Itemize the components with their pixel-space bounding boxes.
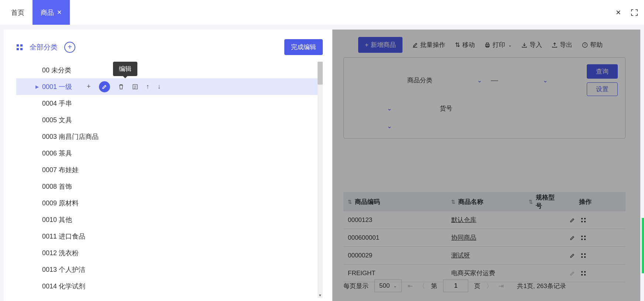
batch-ops-button[interactable]: 批量操作 (412, 41, 445, 49)
row-edit-icon[interactable] (569, 235, 575, 241)
cell-code: 0000123 (343, 216, 447, 224)
import-button[interactable]: 导入 (521, 41, 542, 49)
tree-scrollbar-thumb[interactable] (318, 62, 323, 85)
row-edit-icon[interactable] (569, 217, 575, 223)
tree-node-label: 0007 布娃娃 (42, 165, 79, 174)
tree-node-n1[interactable]: ▶0001 一级+↑↓编辑 (16, 78, 323, 95)
prev-page-button[interactable]: 〈 (419, 282, 425, 290)
table-row: FREIGHT电商买家付运费 (343, 264, 626, 282)
node-add-icon[interactable]: + (87, 83, 91, 90)
row-more-icon[interactable] (580, 235, 586, 241)
page-pre: 第 (431, 282, 437, 290)
cell-name[interactable]: 默认仓库 (447, 216, 524, 224)
fullscreen-button[interactable] (628, 6, 641, 19)
close-icon[interactable]: ✕ (57, 9, 62, 16)
tree-node-label: 00 未分类 (42, 66, 71, 75)
move-button[interactable]: ⇅移动 (455, 41, 475, 49)
node-more-icon[interactable] (132, 84, 138, 90)
tree-node-n8[interactable]: 0009 原材料 (16, 195, 323, 211)
tree-scrollbar-down[interactable]: ▾ (318, 292, 323, 298)
filter-category-from[interactable]: ⌄ (441, 75, 482, 86)
row-more-icon[interactable] (580, 270, 586, 276)
tab-product[interactable]: 商品 ✕ (32, 0, 70, 25)
svg-rect-19 (581, 274, 583, 276)
row-more-icon[interactable] (580, 253, 586, 259)
print-button[interactable]: 打印⌄ (484, 41, 512, 49)
cell-code: FREIGHT (343, 270, 447, 277)
all-categories-label[interactable]: 全部分类 (30, 42, 58, 52)
printer-icon (484, 42, 490, 48)
svg-rect-5 (581, 218, 583, 219)
svg-rect-23 (17, 48, 19, 50)
last-page-button[interactable]: ⇥ (499, 282, 504, 290)
col-code[interactable]: 商品编码 (343, 198, 447, 206)
tree-node-n4[interactable]: 0003 南昌门店商品 (16, 128, 323, 145)
tree-node-n3[interactable]: 0005 文具 (16, 112, 323, 128)
svg-rect-2 (486, 46, 489, 47)
tree-node-n11[interactable]: 0012 洗衣粉 (16, 244, 323, 261)
export-icon (552, 42, 558, 48)
tree-node-n0[interactable]: 00 未分类 (16, 62, 323, 78)
sort-icon: ⇅ (455, 41, 460, 49)
tree-node-label: 0001 一级 (42, 82, 72, 91)
tree-node-label: 0004 手串 (42, 99, 72, 108)
tree-node-n13[interactable]: 0014 化学试剂 (16, 278, 323, 294)
settings-button[interactable]: 设置 (587, 82, 618, 96)
tab-product-label: 商品 (41, 8, 54, 17)
close-all-button[interactable]: ✕ (612, 6, 625, 19)
cell-name[interactable]: 协同商品 (447, 233, 524, 242)
done-editing-button[interactable]: 完成编辑 (284, 39, 323, 55)
svg-rect-13 (581, 253, 583, 255)
pagination: 每页显示 500⌄ ⇤ 〈 第 页 〉 ⇥ 共1页, 263条记录 (343, 280, 626, 292)
filter-category-label: 商品分类 (403, 76, 432, 85)
svg-rect-11 (581, 239, 583, 240)
page-suf: 页 (474, 282, 480, 290)
add-product-button[interactable]: +新增商品 (358, 37, 402, 53)
tree-node-n7[interactable]: 0008 首饰 (16, 178, 323, 195)
filter-category-to[interactable]: ⌄ (507, 75, 548, 86)
query-button[interactable]: 查询 (587, 64, 618, 79)
tree-node-n6[interactable]: 0007 布娃娃 (16, 161, 323, 178)
tree-scrollbar-track[interactable] (318, 62, 323, 298)
node-edit-icon[interactable] (99, 81, 110, 92)
help-button[interactable]: ?帮助 (582, 41, 603, 49)
node-delete-icon[interactable] (118, 84, 124, 90)
tree-node-n9[interactable]: 0010 其他 (16, 211, 323, 228)
svg-rect-16 (584, 256, 586, 258)
table-row: 0000123默认仓库 (343, 211, 626, 229)
tree-node-label: 0005 文具 (42, 116, 72, 124)
grid-icon (16, 44, 23, 51)
col-name[interactable]: 商品名称 (447, 198, 524, 206)
tree-node-n12[interactable]: 0013 个人护洁 (16, 261, 323, 278)
col-spec[interactable]: 规格型号 (524, 193, 565, 210)
row-more-icon[interactable] (580, 217, 586, 223)
help-icon: ? (582, 42, 588, 48)
cell-code: 000600001 (343, 234, 447, 242)
tab-home[interactable]: 首页 (3, 0, 32, 25)
export-button[interactable]: 导出 (552, 41, 572, 49)
caret-right-icon: ▶ (35, 84, 39, 89)
tree-node-n5[interactable]: 0006 茶具 (16, 145, 323, 161)
filter-aux2-select[interactable]: ⌄ (351, 120, 392, 131)
next-page-button[interactable]: 〉 (486, 282, 493, 290)
filter-aux-select[interactable]: ⌄ (351, 103, 392, 114)
tree-node-n10[interactable]: 0011 进口食品 (16, 228, 323, 244)
first-page-button[interactable]: ⇤ (408, 282, 413, 290)
cell-code: 0000029 (343, 252, 447, 259)
page-input[interactable] (443, 280, 468, 292)
node-up-icon[interactable]: ↑ (146, 83, 150, 90)
fullscreen-icon (631, 9, 638, 16)
tree-node-label: 0010 其他 (42, 215, 72, 224)
row-edit-icon[interactable] (569, 253, 575, 259)
cell-name[interactable]: 测试呀 (447, 251, 524, 260)
svg-rect-7 (581, 221, 583, 222)
tree-node-n2[interactable]: 0004 手串 (16, 95, 323, 112)
svg-rect-14 (584, 253, 586, 255)
table-row: 0000029测试呀 (343, 247, 626, 264)
filter-sku-label: 货号 (423, 104, 452, 113)
add-category-button[interactable]: + (64, 42, 75, 53)
tree-node-label: 0011 进口食品 (42, 232, 85, 241)
page-size-select[interactable]: 500⌄ (374, 280, 402, 292)
table-header: 商品编码 商品名称 规格型号 操作 (343, 192, 626, 211)
node-down-icon[interactable]: ↓ (158, 83, 161, 90)
